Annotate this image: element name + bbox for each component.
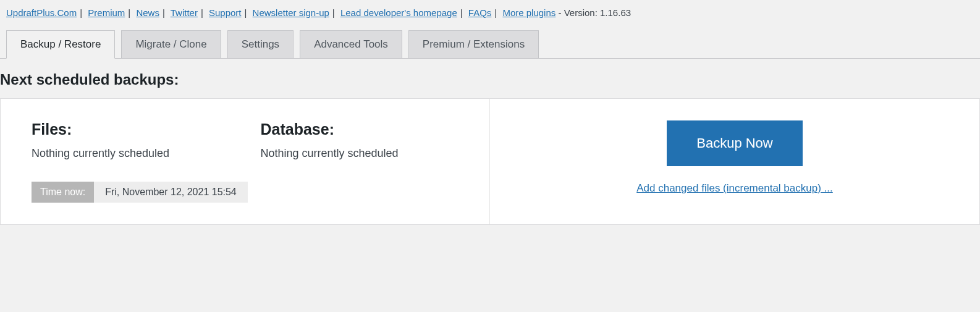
link-faqs[interactable]: FAQs <box>468 7 492 18</box>
schedule-panel: Files: Nothing currently scheduled Datab… <box>0 98 980 225</box>
tab-premium-extensions[interactable]: Premium / Extensions <box>408 30 539 58</box>
schedule-columns: Files: Nothing currently scheduled Datab… <box>32 120 458 160</box>
schedule-files-col: Files: Nothing currently scheduled <box>32 120 230 160</box>
link-news[interactable]: News <box>136 7 159 18</box>
timenow-label: Time now: <box>32 182 94 203</box>
files-status: Nothing currently scheduled <box>32 147 230 160</box>
schedule-right: Backup Now Add changed files (incrementa… <box>490 99 979 224</box>
tab-advanced-tools[interactable]: Advanced Tools <box>300 30 402 58</box>
link-premium[interactable]: Premium <box>88 7 125 18</box>
files-label: Files: <box>32 120 230 138</box>
timenow-value: Fri, November 12, 2021 15:54 <box>94 182 248 203</box>
database-status: Nothing currently scheduled <box>261 147 459 160</box>
link-newsletter[interactable]: Newsletter sign-up <box>253 7 329 18</box>
tab-backup-restore[interactable]: Backup / Restore <box>6 30 115 59</box>
section-heading: Next scheduled backups: <box>0 59 980 98</box>
link-more-plugins[interactable]: More plugins <box>502 7 555 18</box>
link-support[interactable]: Support <box>209 7 242 18</box>
tabs-row: Backup / Restore Migrate / Clone Setting… <box>0 25 980 59</box>
tab-migrate-clone[interactable]: Migrate / Clone <box>121 30 221 58</box>
link-updraftplus[interactable]: UpdraftPlus.Com <box>6 7 77 18</box>
incremental-backup-link[interactable]: Add changed files (incremental backup) .… <box>636 182 833 195</box>
schedule-left: Files: Nothing currently scheduled Datab… <box>1 99 490 224</box>
database-label: Database: <box>261 120 459 138</box>
link-twitter[interactable]: Twitter <box>171 7 198 18</box>
timenow-row: Time now: Fri, November 12, 2021 15:54 <box>32 182 458 203</box>
link-lead-developer[interactable]: Lead developer's homepage <box>340 7 457 18</box>
schedule-database-col: Database: Nothing currently scheduled <box>261 120 459 160</box>
header-links-bar: UpdraftPlus.Com| Premium| News| Twitter|… <box>0 0 980 25</box>
tab-settings[interactable]: Settings <box>227 30 294 58</box>
version-number: 1.16.63 <box>600 7 631 18</box>
version-prefix: - Version: <box>555 7 600 18</box>
backup-now-button[interactable]: Backup Now <box>667 120 803 166</box>
